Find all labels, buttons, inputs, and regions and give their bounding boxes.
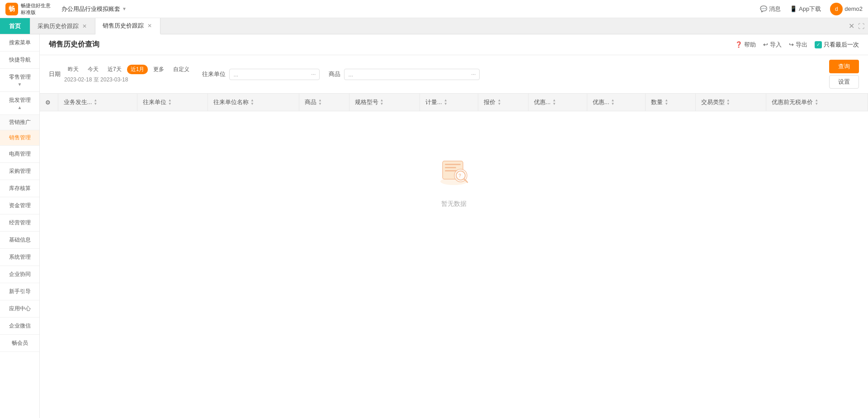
- tab-home[interactable]: 首页: [0, 18, 30, 34]
- th-spec[interactable]: 规格型号 ▲▼: [349, 94, 420, 111]
- partner-input-placeholder: ...: [233, 71, 311, 78]
- partner-input[interactable]: ... ···: [229, 69, 320, 80]
- date-btn-yesterday[interactable]: 昨天: [64, 65, 82, 74]
- tab-maximize-icon[interactable]: ⛶: [858, 23, 864, 30]
- tab-purchase-close-icon[interactable]: ✕: [81, 23, 88, 29]
- sidebar-item-wholesale-mgmt[interactable]: 批发管理 ▲: [0, 92, 39, 115]
- th-biz-date[interactable]: 业务发生... ▲▼: [58, 94, 137, 111]
- th-unit[interactable]: 计量... ▲▼: [420, 94, 478, 111]
- enterprise-wechat-label: 企业微信: [9, 322, 31, 330]
- date-buttons: 昨天 今天 近7天 近1月 更多 自定义: [64, 65, 193, 74]
- sidebar-item-purchase[interactable]: 采购管理: [0, 163, 39, 180]
- date-btn-1month[interactable]: 近1月: [127, 65, 148, 74]
- filter-buttons: 查询 设置: [829, 60, 859, 89]
- sort-icon: ▲▼: [815, 99, 818, 106]
- sidebar-item-system[interactable]: 系统管理: [0, 249, 39, 266]
- svg-text:?: ?: [458, 173, 461, 178]
- app-center-label: 应用中心: [9, 305, 31, 313]
- user-area[interactable]: d demo2: [830, 3, 863, 15]
- date-btn-7days[interactable]: 近7天: [104, 65, 125, 74]
- product-input[interactable]: ... ···: [344, 69, 480, 80]
- ecommerce-label: 电商管理: [9, 150, 31, 158]
- retail-mgmt-label: 零售管理: [9, 73, 31, 81]
- date-btn-more[interactable]: 更多: [150, 65, 168, 74]
- th-discount2[interactable]: 优惠... ▲▼: [587, 94, 646, 111]
- sidebar-item-vip[interactable]: 畅会员: [0, 335, 39, 352]
- filter-bar: 日期 昨天 今天 近7天 近1月 更多 自定义 2023-02-18 至 202…: [40, 55, 868, 94]
- date-btn-today[interactable]: 今天: [84, 65, 102, 74]
- message-button[interactable]: 💬 消息: [760, 5, 781, 13]
- enterprise-coop-label: 企业协同: [9, 271, 31, 278]
- sidebar-item-basic-info[interactable]: 基础信息: [0, 232, 39, 249]
- logo-text: 畅捷信好生意 标准版: [21, 2, 51, 15]
- import-button[interactable]: ↩ 导入: [763, 41, 782, 49]
- tab-spacer: [160, 18, 845, 34]
- top-bar-left: 畅 畅捷信好生意 标准版 办公用品行业模拟账套 ▼: [5, 2, 127, 15]
- tab-sales-history[interactable]: 销售历史价跟踪 ✕: [95, 18, 160, 34]
- sort-icon: ▲▼: [444, 99, 448, 106]
- sidebar-item-capital[interactable]: 资金管理: [0, 197, 39, 214]
- th-price[interactable]: 报价 ▲▼: [478, 94, 528, 111]
- quick-nav-label: 快捷导航: [9, 56, 31, 64]
- sidebar-item-inventory[interactable]: 库存核算: [0, 180, 39, 197]
- logo-area: 畅 畅捷信好生意 标准版: [5, 2, 51, 15]
- operations-label: 经营管理: [9, 219, 31, 227]
- product-dots-icon: ···: [471, 71, 476, 77]
- date-btn-custom[interactable]: 自定义: [170, 65, 193, 74]
- new-guide-label: 新手引导: [9, 288, 31, 295]
- tab-purchase-history[interactable]: 采购历史价跟踪 ✕: [30, 18, 95, 34]
- sidebar-item-marketing[interactable]: 营销推广: [0, 115, 39, 130]
- sidebar-item-retail-mgmt[interactable]: 零售管理 ▼: [0, 69, 39, 92]
- main-layout: 搜索菜单 快捷导航 零售管理 ▼ 批发管理 ▲ 营销推广 销售管理 电商管理 采…: [0, 34, 868, 418]
- th-partner-code[interactable]: 往来单位 ▲▼: [137, 94, 208, 111]
- only-last-checkbox-area[interactable]: ✓ 只看最后一次: [815, 41, 859, 49]
- settings-button[interactable]: 设置: [829, 75, 859, 89]
- query-button[interactable]: 查询: [829, 60, 859, 73]
- th-trade-type[interactable]: 交易类型 ▲▼: [695, 94, 766, 111]
- breadcrumb: 办公用品行业模拟账套 ▼: [61, 5, 127, 13]
- sidebar-item-enterprise-wechat[interactable]: 企业微信: [0, 318, 39, 335]
- table-header-row: ⚙ 业务发生... ▲▼ 往来单位 ▲▼: [40, 94, 868, 111]
- sidebar-item-sales-mgmt[interactable]: 销售管理: [0, 130, 39, 146]
- empty-state: ? 暂无数据: [40, 111, 868, 244]
- breadcrumb-arrow-icon[interactable]: ▼: [122, 6, 127, 11]
- sidebar-item-enterprise-coop[interactable]: 企业协同: [0, 266, 39, 283]
- product-filter-group: 商品 ... ···: [329, 69, 480, 80]
- product-input-placeholder: ...: [348, 71, 471, 78]
- system-label: 系统管理: [9, 253, 31, 261]
- purchase-label: 采购管理: [9, 167, 31, 175]
- search-menu-label: 搜索菜单: [9, 39, 31, 47]
- sidebar-item-search-menu[interactable]: 搜索菜单: [0, 34, 39, 52]
- sidebar-item-new-guide[interactable]: 新手引导: [0, 283, 39, 300]
- th-gear[interactable]: ⚙: [40, 94, 58, 111]
- sidebar-item-operations[interactable]: 经营管理: [0, 214, 39, 232]
- logo-icon: 畅: [5, 3, 18, 15]
- content-area: 销售历史价查询 ❓ 帮助 ↩ 导入 ↪ 导出 ✓: [40, 34, 868, 418]
- tab-bar: 首页 采购历史价跟踪 ✕ 销售历史价跟踪 ✕ ✕ ⛶: [0, 18, 868, 34]
- tab-close-all-icon[interactable]: ✕: [849, 22, 854, 30]
- sort-icon: ▲▼: [497, 99, 501, 106]
- tab-sales-label: 销售历史价跟踪: [103, 22, 144, 30]
- export-icon: ↪: [789, 41, 794, 48]
- export-button[interactable]: ↪ 导出: [789, 41, 807, 49]
- partner-label: 往来单位: [202, 70, 226, 78]
- app-download-button[interactable]: 📱 App下载: [790, 5, 821, 13]
- sort-icon: ▲▼: [552, 99, 556, 106]
- empty-illustration: ?: [431, 147, 476, 193]
- th-discount1[interactable]: 优惠... ▲▼: [528, 94, 587, 111]
- avatar: d: [830, 3, 843, 15]
- sidebar-item-ecommerce[interactable]: 电商管理: [0, 146, 39, 163]
- only-last-checkbox[interactable]: ✓: [815, 41, 822, 48]
- th-quantity[interactable]: 数量 ▲▼: [646, 94, 696, 111]
- th-product[interactable]: 商品 ▲▼: [299, 94, 349, 111]
- sidebar-item-quick-nav[interactable]: 快捷导航: [0, 52, 39, 69]
- th-partner-name[interactable]: 往来单位名称 ▲▼: [208, 94, 299, 111]
- help-button[interactable]: ❓ 帮助: [735, 41, 756, 49]
- wholesale-mgmt-arrow-icon: ▲: [18, 105, 22, 110]
- tab-sales-close-icon[interactable]: ✕: [146, 23, 153, 29]
- th-pre-tax-price[interactable]: 优惠前无税单价 ▲▼: [766, 94, 868, 111]
- sort-icon: ▲▼: [726, 99, 730, 106]
- table-body: ? 暂无数据: [40, 111, 868, 245]
- sidebar-item-app-center[interactable]: 应用中心: [0, 300, 39, 318]
- sort-icon: ▲▼: [94, 99, 97, 106]
